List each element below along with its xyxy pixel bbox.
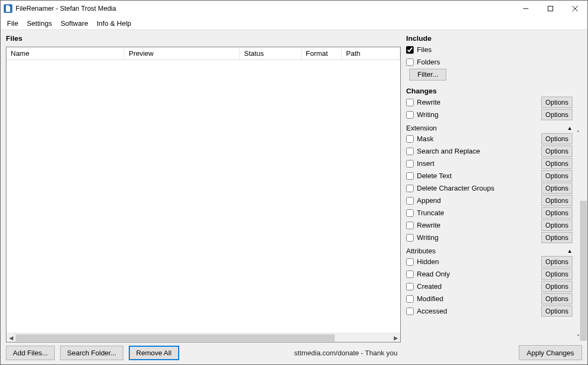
- ext-append-options[interactable]: Options: [541, 195, 572, 206]
- ext-mask-options[interactable]: Options: [541, 133, 572, 144]
- table-body[interactable]: [6, 60, 400, 333]
- menubar: File Settings Software Info & Help: [1, 17, 587, 30]
- attr-modified-options[interactable]: Options: [541, 293, 572, 304]
- changes-rewrite-label: Rewrite: [417, 98, 440, 106]
- col-format[interactable]: Format: [302, 47, 342, 60]
- attr-read-only-label: Read Only: [417, 270, 450, 278]
- ext-truncate-checkbox[interactable]: [406, 209, 414, 217]
- menu-settings[interactable]: Settings: [23, 18, 56, 29]
- ext-delete-char-groups-options[interactable]: Options: [541, 182, 572, 194]
- ext-delete-text-label: Delete Text: [417, 172, 452, 180]
- ext-rewrite-label: Rewrite: [417, 221, 440, 229]
- menu-file[interactable]: File: [3, 18, 23, 29]
- left-pane: Files Name Preview Status Format Path ◀ …: [1, 30, 405, 364]
- v-scrollbar[interactable]: [579, 128, 587, 341]
- titlebar: FileRenamer - Stefan Trost Media: [1, 1, 587, 17]
- remove-all-button[interactable]: Remove All: [129, 346, 179, 360]
- col-status[interactable]: Status: [240, 47, 302, 60]
- files-heading: Files: [6, 34, 401, 42]
- ext-insert-label: Insert: [417, 159, 435, 167]
- ext-append-checkbox[interactable]: [406, 197, 414, 205]
- ext-insert-options[interactable]: Options: [541, 158, 572, 169]
- ext-delete-char-groups-label: Delete Character Groups: [417, 184, 495, 192]
- scroll-right-icon[interactable]: ▶: [391, 333, 400, 342]
- search-folder-button[interactable]: Search Folder...: [60, 346, 123, 360]
- ext-delete-text-checkbox[interactable]: [406, 172, 414, 180]
- extension-collapse-icon[interactable]: ▲: [567, 125, 572, 131]
- changes-rewrite-checkbox[interactable]: [406, 99, 414, 106]
- menu-info-help[interactable]: Info & Help: [92, 18, 135, 29]
- ext-search-replace-options[interactable]: Options: [541, 145, 572, 157]
- minimize-button[interactable]: [513, 1, 538, 17]
- ext-rewrite-options[interactable]: Options: [541, 220, 572, 231]
- include-folders-label: Folders: [417, 58, 440, 66]
- ext-mask-label: Mask: [417, 135, 433, 143]
- attr-accessed-label: Accessed: [417, 307, 447, 315]
- filter-button[interactable]: Filter...: [409, 69, 446, 81]
- window-title: FileRenamer - Stefan Trost Media: [16, 5, 116, 12]
- ext-search-replace-label: Search and Replace: [417, 147, 480, 155]
- attributes-collapse-icon[interactable]: ▲: [567, 248, 572, 254]
- menu-software[interactable]: Software: [56, 18, 92, 29]
- attr-hidden-checkbox[interactable]: [406, 258, 414, 266]
- donate-text: sttmedia.com/donate - Thank you: [185, 349, 401, 357]
- attr-created-label: Created: [417, 282, 442, 290]
- extension-heading: Extension: [406, 124, 437, 132]
- attributes-heading: Attributes: [406, 247, 436, 255]
- app-window: FileRenamer - Stefan Trost Media File Se…: [0, 0, 588, 365]
- attr-accessed-options[interactable]: Options: [541, 305, 572, 317]
- attr-modified-checkbox[interactable]: [406, 295, 414, 303]
- attr-hidden-options[interactable]: Options: [541, 256, 572, 267]
- ext-delete-text-options[interactable]: Options: [541, 170, 572, 181]
- attr-read-only-checkbox[interactable]: [406, 271, 414, 278]
- attr-read-only-options[interactable]: Options: [541, 268, 572, 280]
- right-pane: Include Files Folders Filter... Changes: [405, 30, 587, 364]
- scroll-down-icon[interactable]: ˅: [577, 334, 580, 341]
- include-heading: Include: [406, 34, 572, 42]
- add-files-button[interactable]: Add Files...: [6, 346, 55, 360]
- scroll-thumb[interactable]: [16, 334, 335, 341]
- changes-writing-label: Writing: [417, 111, 438, 119]
- include-files-label: Files: [417, 46, 431, 54]
- files-table: Name Preview Status Format Path ◀ ▶: [6, 47, 401, 342]
- h-scrollbar[interactable]: ◀ ▶: [6, 333, 400, 342]
- changes-rewrite-options[interactable]: Options: [541, 97, 572, 108]
- include-files-checkbox[interactable]: [406, 46, 414, 54]
- bottom-toolbar: Add Files... Search Folder... Remove All…: [6, 346, 401, 360]
- changes-writing-checkbox[interactable]: [406, 111, 414, 119]
- svg-rect-0: [548, 6, 553, 11]
- col-preview[interactable]: Preview: [124, 47, 240, 60]
- ext-insert-checkbox[interactable]: [406, 160, 414, 167]
- ext-mask-checkbox[interactable]: [406, 135, 414, 143]
- ext-rewrite-checkbox[interactable]: [406, 222, 414, 229]
- attr-accessed-checkbox[interactable]: [406, 308, 414, 315]
- ext-truncate-options[interactable]: Options: [541, 207, 572, 218]
- ext-writing-label: Writing: [417, 233, 438, 242]
- scroll-left-icon[interactable]: ◀: [6, 333, 16, 342]
- ext-truncate-label: Truncate: [417, 209, 444, 217]
- changes-heading: Changes: [406, 87, 572, 95]
- scroll-track[interactable]: [16, 333, 391, 342]
- ext-search-replace-checkbox[interactable]: [406, 148, 414, 155]
- close-button[interactable]: [563, 1, 587, 17]
- col-path[interactable]: Path: [342, 47, 400, 60]
- app-icon: [4, 4, 12, 13]
- col-name[interactable]: Name: [6, 47, 124, 60]
- content: Files Name Preview Status Format Path ◀ …: [1, 30, 587, 364]
- ext-append-label: Append: [417, 196, 441, 205]
- attr-modified-label: Modified: [417, 295, 443, 303]
- ext-writing-options[interactable]: Options: [541, 232, 572, 243]
- maximize-button[interactable]: [538, 1, 563, 17]
- ext-delete-char-groups-checkbox[interactable]: [406, 185, 414, 192]
- attr-created-options[interactable]: Options: [541, 281, 572, 292]
- changes-writing-options[interactable]: Options: [541, 109, 572, 120]
- include-folders-checkbox[interactable]: [406, 59, 414, 66]
- attr-created-checkbox[interactable]: [406, 283, 414, 290]
- apply-changes-button[interactable]: Apply Changes: [519, 345, 582, 360]
- attr-hidden-label: Hidden: [417, 258, 439, 266]
- v-scroll-thumb[interactable]: [580, 201, 587, 341]
- ext-writing-checkbox[interactable]: [406, 234, 414, 242]
- table-header: Name Preview Status Format Path: [6, 47, 400, 60]
